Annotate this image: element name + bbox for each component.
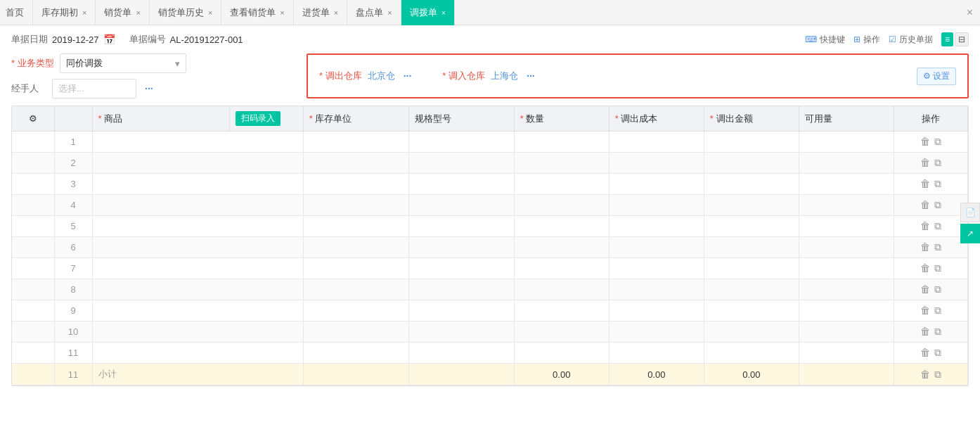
cell-spec[interactable] [408,132,514,153]
tab-inventory-init[interactable]: 库存期初 × [33,0,96,25]
cell-amount[interactable] [704,174,799,195]
cell-spec[interactable] [408,174,514,195]
tab-view-sales-close[interactable]: × [280,8,284,17]
cell-unit[interactable] [303,300,408,321]
cell-product[interactable] [92,153,303,174]
float-doc-button[interactable]: 📄 [960,203,980,222]
tab-view-sales[interactable]: 查看销货单 × [221,0,293,25]
cell-cost[interactable] [609,321,704,343]
tab-sales-history[interactable]: 销货单历史 × [150,0,221,25]
delete-icon[interactable]: 🗑 [920,283,930,295]
history-button[interactable]: ☑ 历史单据 [889,34,933,46]
cell-spec[interactable] [408,237,514,258]
tab-sales-history-close[interactable]: × [208,8,212,17]
layout-list-button[interactable]: ≡ [941,32,953,46]
cell-amount[interactable] [704,216,799,237]
operations-button[interactable]: ⊞ 操作 [853,34,880,46]
cell-cost[interactable] [609,174,704,195]
copy-icon[interactable]: ⧉ [934,326,941,338]
cell-qty[interactable] [514,174,609,195]
cell-spec[interactable] [408,195,514,216]
cell-product[interactable] [92,279,303,300]
cell-qty[interactable] [514,300,609,321]
cell-cost[interactable] [609,153,704,174]
cell-product[interactable] [92,174,303,195]
cell-qty[interactable] [514,132,609,153]
cell-amount[interactable] [704,132,799,153]
tab-inventory-init-close[interactable]: × [82,8,86,17]
biz-type-select[interactable]: 同价调拨 ▾ [60,53,186,73]
cell-cost[interactable] [609,279,704,300]
cell-amount[interactable] [704,153,799,174]
copy-icon[interactable]: ⧉ [934,262,941,274]
tab-inventory-count[interactable]: 盘点单 × [347,0,401,25]
delete-icon[interactable]: 🗑 [920,241,930,253]
cell-spec[interactable] [408,153,514,174]
cell-amount[interactable] [704,258,799,279]
delete-icon[interactable]: 🗑 [920,199,930,211]
cell-product[interactable] [92,343,303,364]
delete-icon[interactable]: 🗑 [920,178,930,190]
cell-qty[interactable] [514,279,609,300]
tab-sales-order-close[interactable]: × [136,8,140,17]
cell-unit[interactable] [303,321,408,343]
copy-icon[interactable]: ⧉ [934,178,941,190]
cell-cost[interactable] [609,195,704,216]
layout-grid-button[interactable]: ⊟ [955,32,969,46]
col-gear[interactable]: ⚙ [12,106,54,132]
cell-product[interactable] [92,237,303,258]
cell-amount[interactable] [704,195,799,216]
cell-spec[interactable] [408,321,514,343]
cell-spec[interactable] [408,343,514,364]
cell-amount[interactable] [704,237,799,258]
copy-icon[interactable]: ⧉ [934,283,941,295]
copy-icon[interactable]: ⧉ [934,241,941,253]
copy-icon[interactable]: ⧉ [934,199,941,211]
copy-icon[interactable]: ⧉ [934,136,941,148]
cell-qty[interactable] [514,216,609,237]
tab-home[interactable]: 首页 [6,0,33,25]
cell-product[interactable] [92,195,303,216]
cell-qty[interactable] [514,321,609,343]
handler-more-button[interactable]: ··· [142,83,156,94]
cell-qty[interactable] [514,195,609,216]
cell-product[interactable] [92,300,303,321]
tab-purchase-order[interactable]: 进货单 × [294,0,347,25]
delete-icon[interactable]: 🗑 [920,326,930,338]
copy-icon[interactable]: ⧉ [934,305,941,317]
cell-product[interactable] [92,132,303,153]
cell-spec[interactable] [408,279,514,300]
cell-qty[interactable] [514,343,609,364]
cell-amount[interactable] [704,321,799,343]
delete-icon[interactable]: 🗑 [920,220,930,232]
cell-qty[interactable] [514,153,609,174]
copy-icon[interactable]: ⧉ [934,347,941,359]
cell-unit[interactable] [303,216,408,237]
delete-icon[interactable]: 🗑 [920,136,930,148]
cell-unit[interactable] [303,237,408,258]
subtotal-copy-icon[interactable]: ⧉ [934,369,941,381]
cell-unit[interactable] [303,153,408,174]
close-all-tabs-button[interactable]: × [967,6,973,19]
delete-icon[interactable]: 🗑 [920,347,930,359]
tab-purchase-order-close[interactable]: × [334,8,338,17]
cell-spec[interactable] [408,300,514,321]
delete-icon[interactable]: 🗑 [920,157,930,169]
float-export-button[interactable]: ↗ [960,224,980,243]
scan-input-button[interactable]: 扫码录入 [236,111,281,126]
cell-spec[interactable] [408,258,514,279]
cell-cost[interactable] [609,343,704,364]
cell-amount[interactable] [704,300,799,321]
in-warehouse-more-button[interactable]: ··· [524,70,538,82]
out-warehouse-more-button[interactable]: ··· [401,70,415,82]
cell-qty[interactable] [514,258,609,279]
cell-unit[interactable] [303,258,408,279]
delete-icon[interactable]: 🗑 [920,305,930,317]
cell-product[interactable] [92,321,303,343]
cell-cost[interactable] [609,258,704,279]
cell-amount[interactable] [704,279,799,300]
cell-unit[interactable] [303,343,408,364]
shortcuts-button[interactable]: ⌨ 快捷键 [805,34,845,46]
table-scroll-area[interactable]: ⚙ * 商品 扫码录入 * 库存单位 规格型号 [12,106,968,386]
tab-transfer-order[interactable]: 调拨单 × [401,0,455,25]
